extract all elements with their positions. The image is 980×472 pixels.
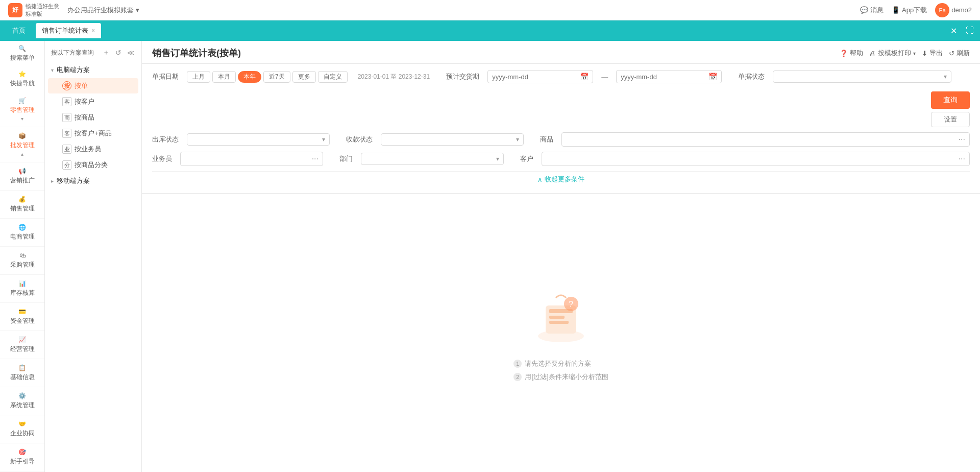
print-button[interactable]: 🖨 按模板打印 ▾ — [869, 49, 916, 58]
tree-mobile-parent[interactable]: ▸ 移动端方案 — [45, 173, 141, 188]
tree-child-by-goods[interactable]: 商 按商品 — [48, 110, 138, 125]
page-actions: ❓ 帮助 🖨 按模板打印 ▾ ⬇ 导出 ↺ 刷新 — [840, 49, 970, 58]
sidebar-item-retail[interactable]: 🛒 零售管理 ▾ — [0, 92, 44, 127]
filter-row-3: 业务员 ··· 部门 ▾ 客户 ··· — [152, 152, 970, 166]
out-status-select[interactable]: ▾ — [187, 133, 330, 146]
customer-select[interactable]: ··· — [542, 152, 970, 166]
add-scheme-icon[interactable]: ＋ — [102, 48, 111, 57]
date-range-display: 2023-01-01 至 2023-12-31 — [358, 73, 430, 81]
expected-date-end[interactable]: 📅 — [616, 70, 722, 83]
expected-date-start-input[interactable] — [492, 73, 578, 81]
goods-dots-icon[interactable]: ··· — [959, 135, 965, 144]
sidebar-item-ops[interactable]: 📈 经营管理 — [0, 331, 44, 359]
logo-area: 好 畅捷通好生意 标准版 — [8, 3, 59, 17]
app-download-button[interactable]: 📱 App下载 — [892, 6, 927, 15]
sidebar-item-inventory[interactable]: 📊 库存核算 — [0, 275, 44, 303]
customer-dots-icon[interactable]: ··· — [959, 154, 965, 163]
sidebar-item-newbie[interactable]: 🎯 新手引导 — [0, 443, 44, 471]
sidebar-item-basic[interactable]: 📋 基础信息 — [0, 359, 44, 387]
sidebar-item-sales[interactable]: 💰 销售管理 — [0, 191, 44, 219]
scheme-tree: ▾ 电脑端方案 按 按单 客 按客户 商 按商品 客 按客 — [45, 60, 141, 191]
window-maximize-button[interactable]: ⛶ — [964, 25, 976, 37]
tree-child-by-customer[interactable]: 客 按客户 — [48, 94, 138, 109]
goods-label: 商品 — [540, 135, 553, 144]
empty-tip-1: 1 请先选择要分析的方案 — [513, 357, 608, 370]
salesperson-select[interactable]: ··· — [180, 152, 323, 166]
sidebar-item-system[interactable]: ⚙️ 系统管理 — [0, 387, 44, 415]
refresh-button[interactable]: ↺ 刷新 — [949, 49, 970, 58]
date-btn-custom[interactable]: 自定义 — [318, 71, 348, 83]
tab-sales-stats[interactable]: 销售订单统计表 × — [36, 23, 101, 38]
wholesale-arrow-icon: ▴ — [21, 151, 23, 157]
date-btn-this-year[interactable]: 本年 — [238, 71, 261, 83]
search-icon: 🔍 — [18, 45, 26, 52]
sidebar-item-ecom[interactable]: 🌐 电商管理 — [0, 219, 44, 247]
page-header: 销售订单统计表(按单) ❓ 帮助 🖨 按模板打印 ▾ ⬇ 导出 — [142, 41, 980, 64]
tree-child-by-order[interactable]: 按 按单 — [48, 78, 138, 93]
expected-date-end-input[interactable] — [621, 73, 706, 81]
top-bar-left: 好 畅捷通好生意 标准版 办公用品行业模拟账套 ▾ — [8, 3, 143, 17]
date-btn-more[interactable]: 更多 — [292, 71, 316, 83]
status-select[interactable]: ▾ — [773, 70, 951, 83]
collapse-panel-icon[interactable]: ≪ — [126, 48, 135, 57]
sidebar-item-wholesale[interactable]: 📦 批发管理 ▴ — [0, 127, 44, 162]
sidebar-search[interactable]: 🔍 搜索菜单 — [0, 41, 44, 66]
date-btn-7days[interactable]: 近7天 — [263, 71, 290, 83]
filter-row-1: 单据日期 上月 本月 本年 近7天 更多 自定义 2023-01-01 至 20… — [152, 70, 970, 127]
date-btn-last-month[interactable]: 上月 — [187, 71, 210, 83]
calendar-end-icon: 📅 — [708, 73, 717, 81]
sidebar-item-marketing[interactable]: 📢 营销推广 — [0, 162, 44, 191]
main-layout: 🔍 搜索菜单 ⭐ 快捷导航 🛒 零售管理 ▾ 📦 批发管理 ▴ 📢 营销推广 💰… — [0, 41, 980, 472]
tab-bar-right: ✕ ⛶ — [947, 25, 976, 37]
expected-date-start[interactable]: 📅 — [487, 70, 593, 83]
by-customer-icon: 客 — [62, 97, 71, 106]
page-title: 销售订单统计表(按单) — [152, 47, 241, 59]
user-profile[interactable]: Ea demo2 — [935, 3, 972, 17]
salesperson-dots-icon[interactable]: ··· — [312, 154, 318, 163]
date-dash: — — [601, 73, 608, 81]
sidebar-item-finance[interactable]: 💳 资金管理 — [0, 303, 44, 331]
content-area: 按以下方案查询 ＋ ↺ ≪ ▾ 电脑端方案 按 按单 — [45, 41, 980, 472]
svg-rect-4 — [549, 321, 569, 324]
by-goods-icon: 商 — [62, 113, 71, 122]
tree-expand-icon: ▾ — [51, 67, 54, 73]
setting-button[interactable]: 设置 — [931, 112, 970, 127]
tree-child-by-category[interactable]: 分 按商品分类 — [48, 157, 138, 173]
tree-child-by-customer-goods[interactable]: 客 按客户+商品 — [48, 126, 138, 141]
pay-status-label: 收款状态 — [346, 135, 373, 144]
empty-tips: 1 请先选择要分析的方案 2 用[过滤]条件来缩小分析范围 — [513, 357, 608, 384]
tab-home[interactable]: 首页 — [4, 23, 34, 38]
sidebar-item-purchase[interactable]: 🛍 采购管理 — [0, 247, 44, 275]
refresh-scheme-icon[interactable]: ↺ — [114, 48, 123, 57]
help-button[interactable]: ❓ 帮助 — [840, 49, 863, 58]
app-selector[interactable]: 办公用品行业模拟账套 ▾ — [63, 6, 143, 15]
window-close-button[interactable]: ✕ — [947, 25, 960, 37]
help-icon: ❓ — [840, 50, 848, 57]
goods-select[interactable]: ··· — [561, 132, 970, 147]
retail-icon: 🛒 — [18, 97, 26, 104]
collapse-filter-button[interactable]: ∧ 收起更多条件 — [152, 171, 970, 187]
tab-bar-left: 首页 销售订单统计表 × — [4, 23, 101, 38]
left-panel: 按以下方案查询 ＋ ↺ ≪ ▾ 电脑端方案 按 按单 — [45, 41, 142, 472]
tree-child-by-salesperson[interactable]: 业 按业务员 — [48, 141, 138, 157]
tree-desktop-parent[interactable]: ▾ 电脑端方案 — [45, 62, 141, 78]
sidebar-quick-nav[interactable]: ⭐ 快捷导航 — [0, 66, 44, 92]
svg-rect-3 — [549, 316, 565, 319]
export-button[interactable]: ⬇ 导出 — [922, 49, 943, 58]
sidebar-item-corp[interactable]: 🤝 企业协同 — [0, 415, 44, 443]
message-button[interactable]: 💬 消息 — [860, 6, 884, 15]
tab-close-icon[interactable]: × — [91, 27, 95, 34]
dept-select[interactable]: ▾ — [361, 153, 504, 165]
tree-mobile-expand-icon: ▸ — [51, 178, 54, 184]
empty-tip-2: 2 用[过滤]条件来缩小分析范围 — [513, 370, 608, 384]
svg-text:?: ? — [569, 300, 573, 309]
right-content: 销售订单统计表(按单) ❓ 帮助 🖨 按模板打印 ▾ ⬇ 导出 — [142, 41, 980, 472]
date-btn-this-month[interactable]: 本月 — [212, 71, 236, 83]
query-button[interactable]: 查询 — [931, 91, 970, 109]
basic-icon: 📋 — [18, 364, 26, 371]
by-category-icon: 分 — [62, 160, 71, 170]
logo-text: 畅捷通好生意 标准版 — [26, 3, 59, 17]
newbie-icon: 🎯 — [18, 449, 26, 456]
pay-status-select[interactable]: ▾ — [381, 133, 524, 146]
filter-row-2: 出库状态 ▾ 收款状态 ▾ 商品 ··· — [152, 132, 970, 147]
